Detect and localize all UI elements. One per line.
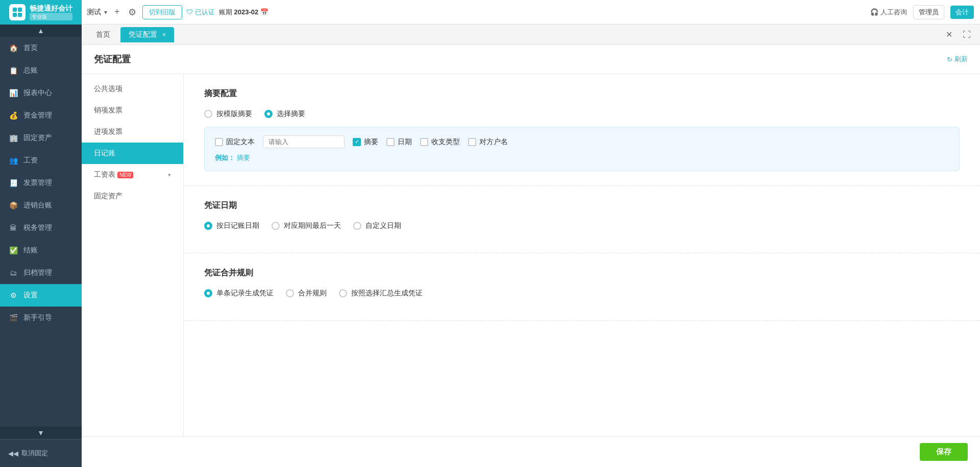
summary-template-option[interactable]: 按模版摘要 (204, 109, 252, 119)
merge-rule-option[interactable]: 合并规则 (286, 289, 327, 298)
config-nav-purchase[interactable]: 进项发票 (82, 121, 183, 143)
sidebar-item-salary[interactable]: 👥 工资 (0, 149, 82, 172)
counterparty-checkbox-option[interactable]: 对方户名 (468, 137, 508, 147)
settings-icon[interactable]: ⚙ (126, 7, 138, 18)
tab-close-icon[interactable]: × (162, 31, 166, 38)
fixed-text-checkbox[interactable] (215, 138, 223, 146)
guide-icon: 🎬 (8, 313, 18, 323)
add-button[interactable]: + (112, 7, 122, 17)
sidebar-item-trade[interactable]: 📦 进销台账 (0, 194, 82, 217)
user-button[interactable]: 管理员 (913, 5, 944, 19)
config-nav-sales[interactable]: 销项发票 (82, 100, 183, 121)
selected-summary-option[interactable]: 按照选择汇总生成凭证 (339, 289, 423, 298)
sidebar-item-invoice[interactable]: 🧾 发票管理 (0, 172, 82, 194)
custom-date-option[interactable]: 自定义日期 (353, 221, 401, 230)
sidebar-item-label: 发票管理 (23, 178, 52, 188)
sidebar-item-report[interactable]: 📊 报表中心 (0, 82, 82, 104)
page-title: 凭证配置 (94, 53, 131, 65)
sidebar-item-label: 首页 (23, 43, 38, 53)
sidebar-item-fund[interactable]: 💰 资金管理 (0, 104, 82, 127)
fullscreen-icon[interactable]: ⛶ (960, 29, 974, 40)
summary-options-row: 按模版摘要 选择摘要 (204, 109, 960, 119)
sidebar-bottom: ◀◀ 取消固定 (0, 439, 82, 467)
abstract-checkbox[interactable] (353, 138, 361, 146)
accountant-button[interactable]: 会计 (950, 6, 974, 19)
sidebar-item-label: 新手引导 (23, 313, 52, 322)
sidebar-item-settings[interactable]: ⚙ 设置 (0, 284, 82, 307)
config-nav-journal[interactable]: 日记账 (82, 143, 183, 164)
logo-text: 畅捷通好会计 专业版 (30, 4, 72, 20)
sidebar-item-asset[interactable]: 🏢 固定资产 (0, 127, 82, 149)
summary-template-radio[interactable] (204, 110, 212, 118)
income-type-checkbox[interactable] (420, 138, 428, 146)
summary-config-box: 固定文本 摘要 日期 (204, 127, 960, 171)
single-record-option[interactable]: 单条记录生成凭证 (204, 289, 274, 298)
home-icon: 🏠 (8, 43, 18, 53)
config-nav-public[interactable]: 公共选项 (82, 78, 183, 100)
fund-icon: 💰 (8, 110, 18, 121)
archive-icon: 🗂 (8, 268, 18, 278)
abstract-checkbox-option[interactable]: 摘要 (353, 137, 378, 147)
counterparty-checkbox[interactable] (468, 138, 476, 146)
salary-icon: 👥 (8, 155, 18, 166)
journal-date-option[interactable]: 按日记账日期 (204, 221, 259, 230)
period-last-option[interactable]: 对应期间最后一天 (272, 221, 341, 230)
invoice-icon: 🧾 (8, 178, 18, 188)
config-layout: 公共选项 销项发票 进项发票 日记账 工资表 NEW ▾ 固定资产 摘要配置 (82, 74, 980, 436)
support-button[interactable]: 🎧 人工咨询 (870, 8, 907, 17)
income-type-checkbox-option[interactable]: 收支类型 (420, 137, 460, 147)
svg-rect-3 (18, 12, 22, 16)
sidebar-item-archive[interactable]: 🗂 归档管理 (0, 262, 82, 284)
sidebar-item-settle[interactable]: ✅ 结账 (0, 239, 82, 262)
config-nav-payroll[interactable]: 工资表 NEW ▾ (82, 164, 183, 185)
example-text: 例如： 摘要 (215, 153, 949, 162)
single-record-radio[interactable] (204, 289, 212, 297)
date-options-row: 按日记账日期 对应期间最后一天 自定义日期 (204, 221, 960, 230)
old-version-button[interactable]: 切到旧版 (142, 5, 182, 19)
pin-icon: ◀◀ (8, 450, 18, 457)
settle-icon: ✅ (8, 245, 18, 255)
content-area: 首页 凭证配置 × ✕ ⛶ 凭证配置 ↻ 刷新 (82, 25, 980, 467)
sidebar-item-ledger[interactable]: 📋 总账 (0, 59, 82, 82)
refresh-button[interactable]: ↻ 刷新 (947, 55, 968, 64)
scroll-up-arrow[interactable]: ▲ (0, 25, 82, 37)
date-checkbox-option[interactable]: 日期 (386, 137, 412, 147)
shield-icon: 🛡 (186, 8, 193, 16)
sidebar-item-home[interactable]: 🏠 首页 (0, 37, 82, 59)
journal-date-radio[interactable] (204, 222, 212, 230)
selected-summary-radio[interactable] (339, 289, 347, 297)
chevron-down-icon: ▾ (104, 9, 107, 16)
sidebar-scroll: 🏠 首页 📋 总账 📊 报表中心 💰 资金管理 🏢 固定资产 👥 工资 (0, 37, 82, 427)
summary-box-row: 固定文本 摘要 日期 (215, 135, 949, 148)
date-checkbox[interactable] (386, 138, 395, 146)
fixed-text-checkbox-option[interactable]: 固定文本 (215, 137, 255, 147)
settings-icon: ⚙ (8, 290, 18, 300)
chevron-down-icon: ▾ (168, 172, 171, 178)
ledger-icon: 📋 (8, 65, 18, 76)
sidebar-item-guide[interactable]: 🎬 新手引导 (0, 307, 82, 329)
certified-badge: 🛡 已认证 (186, 8, 215, 17)
summary-select-radio[interactable] (264, 110, 273, 118)
main-layout: ▲ 🏠 首页 📋 总账 📊 报表中心 💰 资金管理 🏢 固定资产 (0, 25, 980, 467)
custom-date-radio[interactable] (353, 222, 361, 230)
summary-section: 摘要配置 按模版摘要 选择摘要 (184, 74, 980, 186)
tax-icon: 🏛 (8, 223, 18, 233)
project-selector[interactable]: 测试 ▾ (87, 8, 107, 17)
close-window-icon[interactable]: ✕ (943, 29, 955, 40)
config-nav-fixed-assets[interactable]: 固定资产 (82, 185, 183, 207)
unpin-button[interactable]: ◀◀ 取消固定 (0, 443, 82, 463)
fixed-text-input[interactable] (263, 135, 345, 148)
merge-rule-radio[interactable] (286, 289, 294, 297)
tab-voucher-config[interactable]: 凭证配置 × (120, 27, 174, 42)
summary-select-option[interactable]: 选择摘要 (264, 109, 305, 119)
save-button[interactable]: 保存 (920, 443, 968, 461)
period-last-radio[interactable] (272, 222, 280, 230)
save-bar: 保存 (82, 436, 980, 467)
calendar-icon[interactable]: 📅 (260, 8, 268, 16)
summary-title: 摘要配置 (204, 88, 960, 99)
sidebar-item-label: 设置 (23, 291, 38, 300)
scroll-down-arrow[interactable]: ▼ (0, 427, 82, 439)
date-section: 凭证日期 按日记账日期 对应期间最后一天 (184, 186, 980, 253)
sidebar-item-tax[interactable]: 🏛 税务管理 (0, 217, 82, 239)
tab-home[interactable]: 首页 (88, 27, 118, 42)
